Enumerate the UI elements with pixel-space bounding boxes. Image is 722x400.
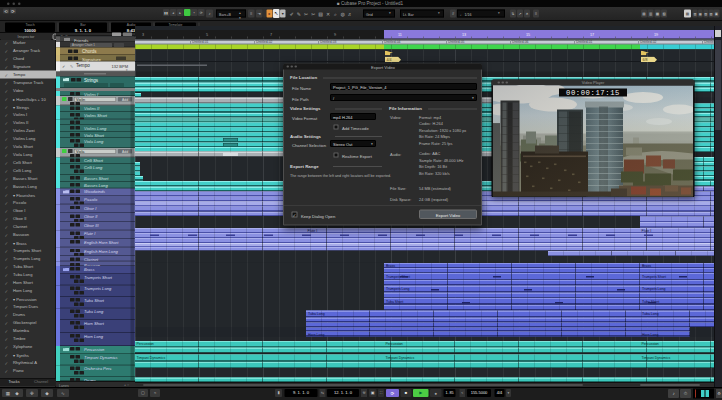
- svg-text:00:00:17:15: 00:00:17:15: [566, 89, 620, 97]
